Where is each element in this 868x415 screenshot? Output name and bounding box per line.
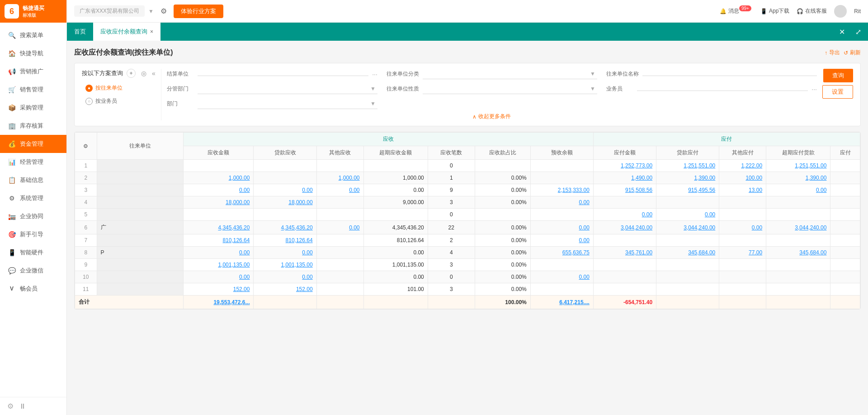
rec-ratio-header: 应收款占比 (475, 146, 530, 160)
export-button[interactable]: ↑ 导出 (825, 49, 840, 57)
settings-bottom-icon[interactable]: ⚙ (7, 402, 14, 410)
sidebar-item-purchase[interactable]: 📦 采购管理 (0, 99, 66, 117)
partner-header: 往来单位 (97, 133, 184, 160)
total-rec-count (428, 296, 475, 309)
sidebar-item-vip[interactable]: V 畅会员 (0, 280, 66, 298)
settlement-unit-label: 结算单位 (167, 70, 194, 78)
service-icon: 🎧 (797, 8, 803, 14)
pay-amount-header: 应付金额 (593, 146, 656, 160)
pay-other-header: 其他应付 (719, 146, 766, 160)
main-area: 广东省XXX贸易有限公司 ▼ ⚙ 体验行业方案 🔔 消息 99+ 📱 App下载… (67, 0, 868, 415)
tab-home[interactable]: 首页 (67, 23, 93, 41)
collapse-bottom-icon[interactable]: ⏸ (19, 402, 26, 410)
pay-overdue-header: 超期应付货款 (766, 146, 830, 160)
unit-category-label: 往来单位分类 (387, 70, 419, 78)
app-download-label: App下载 (769, 7, 789, 15)
department-label: 部门 (167, 100, 194, 108)
filter-department: 部门 ▼ (167, 99, 377, 109)
refresh-button[interactable]: ↺ 刷新 (844, 49, 861, 57)
tab-receivable-query[interactable]: 应收应付余额查询 × (93, 23, 160, 41)
breadcrumb: 广东省XXX贸易有限公司 (74, 5, 145, 17)
total-rec-amount[interactable]: 19,553,472,6... (184, 296, 254, 309)
sidebar-item-search-menu[interactable]: 🔍 搜索菜单 (0, 26, 66, 44)
sidebar-item-operation[interactable]: 📊 经营管理 (0, 153, 66, 171)
total-rec-loan (254, 296, 316, 309)
filter-add-button[interactable]: + (127, 69, 136, 78)
sidebar-item-enterprise[interactable]: 🏣 企业协同 (0, 207, 66, 225)
sidebar-item-quick-nav[interactable]: 🏠 快捷导航 (0, 44, 66, 62)
table-settings-header[interactable]: ⚙ (75, 133, 97, 160)
total-row: 合计 19,553,472,6... 100.00% 6,417,215....… (75, 296, 860, 309)
trial-button[interactable]: 体验行业方案 (174, 5, 223, 18)
sidebar-item-sales[interactable]: 🛒 销售管理 (0, 81, 66, 99)
sidebar-item-guide[interactable]: 🎯 新手引导 (0, 225, 66, 243)
table-row: 11152.00152.00101.0030.00% (75, 283, 860, 296)
table-row: 21,000.001,000.001,000.0010.00%1,490.001… (75, 172, 860, 184)
logo-icon: 6 (5, 4, 19, 19)
filter-label: 按以下方案查询 (82, 69, 123, 77)
query-button[interactable]: 查询 (823, 69, 853, 82)
pay-extra-header: 应付 (830, 146, 860, 160)
filter-grid-row3: 部门 ▼ (167, 99, 817, 109)
filter-scheme-icon[interactable]: ◎ (139, 69, 148, 78)
dept-label: 分管部门 (167, 85, 194, 93)
notification-label: 消息 (728, 7, 739, 15)
salesperson-dots[interactable]: ··· (811, 86, 817, 93)
set-button[interactable]: 设置 (822, 85, 853, 99)
sidebar-item-finance[interactable]: 💰 资金管理 (0, 135, 66, 153)
filter-schemes: ● 按往来单位 ○ 按业务员 (82, 82, 156, 107)
logo-title: 畅捷通买 (23, 5, 44, 12)
total-pay-loan (656, 296, 719, 309)
scheme-by-salesperson[interactable]: ○ 按业务员 (82, 95, 156, 107)
total-label: 合计 (75, 296, 184, 309)
sidebar-item-system[interactable]: ⚙ 系统管理 (0, 189, 66, 207)
filter-settlement-unit: 结算单位 ··· (167, 69, 377, 79)
smart-hw-icon: 📱 (7, 248, 16, 257)
settings-gear-icon[interactable]: ⚙ (157, 5, 170, 18)
total-pay-overdue (766, 296, 830, 309)
user-name: Rit (854, 8, 861, 14)
filter-action-btns: 查询 设置 (822, 69, 853, 120)
filter-dept: 分管部门 ▼ (167, 84, 377, 94)
tab-close-icon[interactable]: × (150, 29, 153, 35)
filter-collapse-icon[interactable]: « (152, 70, 156, 77)
total-rec-prepay[interactable]: 6,417,215.... (530, 296, 593, 309)
rec-overdue-header: 超期应收金额 (363, 146, 428, 160)
notification-area[interactable]: 🔔 消息 99+ (720, 7, 753, 15)
receivable-group-header: 应收 (184, 133, 594, 146)
online-service-area[interactable]: 🎧 在线客服 (797, 7, 827, 15)
total-rec-other (316, 296, 363, 309)
payable-group-header: 应付 (593, 133, 860, 146)
table-row: 6广4,345,436.204,345,436.200.004,345,436.… (75, 221, 860, 234)
vip-icon: V (7, 284, 16, 293)
header-right: 🔔 消息 99+ 📱 App下载 🎧 在线客服 Rit (720, 5, 861, 18)
sidebar-item-marketing[interactable]: 📢 营销推广 (0, 62, 66, 81)
collapse-icon: ∧ (472, 114, 476, 120)
data-table: ⚙ 往来单位 应收 应付 应收金额 贷款应收 其他应收 超期应收金额 应收笔数 … (75, 132, 860, 309)
app-download-area[interactable]: 📱 App下载 (760, 7, 789, 15)
tab-bar: 首页 应收应付余额查询 × ✕ ⤢ (67, 23, 868, 41)
sidebar-item-corp-wechat[interactable]: 💬 企业微信 (0, 262, 66, 280)
sidebar-item-smart-hw[interactable]: 📱 智能硬件 (0, 243, 66, 262)
scheme-by-partner[interactable]: ● 按往来单位 (82, 82, 156, 94)
filter-grid-row2: 分管部门 ▼ 往来单位性质 ▼ 业务员 ··· (167, 84, 817, 94)
filter-grid-row1: 结算单位 ··· 往来单位分类 ▼ 往来单位名称 (167, 69, 817, 79)
tab-fullscreen-icon[interactable]: ⤢ (852, 25, 864, 38)
sidebar-item-base-info[interactable]: 📋 基础信息 (0, 171, 66, 189)
finance-icon: 💰 (7, 139, 16, 148)
top-header: 广东省XXX贸易有限公司 ▼ ⚙ 体验行业方案 🔔 消息 99+ 📱 App下载… (67, 0, 868, 23)
sidebar-item-inventory[interactable]: 🏢 库存核算 (0, 117, 66, 135)
collapse-more-btn[interactable]: ∧ 收起更多条件 (167, 113, 817, 120)
sales-icon: 🛒 (7, 85, 16, 94)
tab-bar-right: ✕ ⤢ (835, 25, 868, 38)
sidebar-bottom: ⚙ ⏸ (0, 397, 66, 415)
total-rec-overdue (363, 296, 428, 309)
sidebar: 6 畅捷通买 标准版 🔍 搜索菜单 🏠 快捷导航 📢 营销推广 🛒 销售管理 📦… (0, 0, 67, 415)
filter-header: 按以下方案查询 + ◎ « (82, 69, 156, 78)
tab-close-window-icon[interactable]: ✕ (835, 25, 848, 38)
total-rec-ratio: 100.00% (475, 296, 530, 309)
marketing-icon: 📢 (7, 67, 16, 76)
settlement-unit-dots[interactable]: ··· (372, 71, 377, 78)
system-icon: ⚙ (7, 194, 16, 203)
page-content: 应收应付余额查询(按往来单位) ↑ 导出 ↺ 刷新 按以下方案查询 + ◎ (67, 41, 868, 415)
